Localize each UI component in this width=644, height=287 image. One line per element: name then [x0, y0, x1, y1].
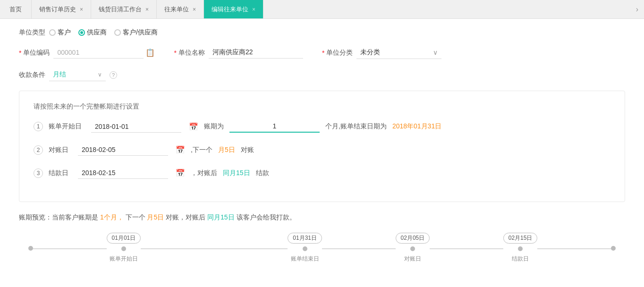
timeline-line-1	[141, 248, 288, 249]
timeline-label-2: 02月05日	[396, 233, 430, 244]
tab-edit-partner-close[interactable]: ×	[252, 6, 255, 13]
tab-bar: 首页 销售订单历史 × 钱货日清工作台 × 往来单位 × 编辑往来单位 × ›	[0, 0, 644, 19]
preview-prefix: 账期预览：当前客户账期是	[19, 213, 98, 221]
tab-arrow[interactable]: ›	[630, 5, 644, 14]
payment-value: 月结	[53, 70, 94, 79]
tab-cashflow[interactable]: 钱货日清工作台 ×	[91, 0, 157, 18]
row3-suffix: 结款	[256, 169, 269, 177]
name-group: * 单位名称	[174, 47, 303, 59]
calendar-icon-2[interactable]: 📅	[176, 145, 185, 154]
tab-partner[interactable]: 往来单位 ×	[157, 0, 204, 18]
radio-customer-label: 客户	[58, 28, 71, 37]
timeline-node-2: 02月05日 对账日	[396, 233, 430, 263]
row2-suffix: 对账	[241, 146, 254, 154]
tab-sales-history[interactable]: 销售订单历史 ×	[32, 0, 91, 18]
panel-hint: 请按照未来的一个完整帐期进行设置	[34, 102, 610, 111]
radio-supplier[interactable]: 供应商	[78, 28, 107, 37]
timeline-dot-0	[121, 246, 126, 251]
tab-partner-label: 往来单位	[164, 5, 189, 14]
unit-type-label: 单位类型	[19, 28, 45, 37]
timeline-label-3: 02月15日	[503, 233, 538, 244]
code-label: 单位编码	[23, 49, 50, 57]
timeline-node-3: 02月15日 结款日	[503, 233, 538, 263]
code-group: * 单位编码 📋	[19, 47, 155, 59]
tab-sales-history-label: 销售订单历史	[39, 5, 76, 14]
radio-customer[interactable]: 客户	[49, 28, 71, 37]
tab-edit-partner-label: 编辑往来单位	[212, 5, 248, 14]
name-label: 单位名称	[178, 49, 205, 57]
setting-label-2: 对账日	[49, 146, 68, 154]
preview-highlight2: 月5日	[147, 213, 164, 221]
radio-both-circle	[114, 29, 121, 36]
payment-row: 收款条件 月结 ∨ ?	[19, 68, 625, 81]
tab-sales-history-close[interactable]: ×	[80, 6, 83, 13]
name-star: *	[174, 49, 176, 57]
preview-middle2: 对账，对账后	[166, 213, 205, 221]
row2-prefix: ,下一个	[191, 146, 212, 154]
unit-type-row: 单位类型 客户 供应商 客户/供应商	[19, 28, 625, 37]
tab-home-label: 首页	[9, 5, 22, 14]
date-input-1[interactable]	[91, 121, 181, 133]
payment-group: 收款条件 月结 ∨ ?	[19, 68, 117, 81]
name-input[interactable]	[209, 47, 303, 59]
row3-prefix: ，对账后	[191, 169, 217, 177]
timeline-label-1: 01月31日	[288, 233, 322, 244]
radio-both-label: 客户/供应商	[123, 28, 158, 37]
tab-cashflow-close[interactable]: ×	[145, 6, 149, 13]
main-content: 单位类型 客户 供应商 客户/供应商 * 单位编码	[0, 19, 644, 287]
payment-select[interactable]: 月结 ∨	[49, 68, 106, 81]
timeline-end-dot	[611, 246, 616, 251]
category-star: *	[322, 49, 324, 57]
timeline-sub-0: 账单开始日	[110, 255, 138, 263]
timeline-start-dot	[28, 246, 33, 251]
category-dropdown[interactable]: 未分类 ∨	[356, 46, 441, 59]
payment-select-arrow-icon: ∨	[98, 71, 102, 78]
payment-help-icon[interactable]: ?	[110, 71, 117, 79]
payment-label: 收款条件	[19, 71, 45, 79]
radio-supplier-label: 供应商	[87, 28, 107, 37]
radio-supplier-circle	[78, 29, 85, 36]
timeline-dot-3	[518, 246, 523, 251]
period-label1: 账期为	[204, 122, 224, 131]
category-label: 单位分类	[326, 49, 353, 57]
preview-section: 账期预览：当前客户账期是 1个月， 下一个 月5日 对账，对账后 同月15日 该…	[19, 211, 625, 223]
calendar-icon-1[interactable]: 📅	[189, 122, 198, 131]
timeline-dot-2	[410, 246, 415, 251]
code-star: *	[19, 49, 21, 57]
setting-num-1: 1	[34, 122, 43, 131]
timeline-line-3	[430, 248, 503, 249]
setting-label-1: 账单开始日	[49, 122, 82, 131]
unit-type-group: 单位类型 客户 供应商 客户/供应商	[19, 28, 158, 37]
code-copy-icon[interactable]: 📋	[145, 48, 155, 57]
period-label2: 个月,账单结束日期为	[325, 122, 387, 131]
settings-panel: 请按照未来的一个完整帐期进行设置 1 账单开始日 📅 账期为 个月,账单结束日期…	[19, 91, 625, 202]
radio-both[interactable]: 客户/供应商	[114, 28, 158, 37]
timeline-node-1: 01月31日 账单结束日	[288, 233, 322, 263]
setting-num-3: 3	[34, 169, 43, 178]
setting-row-2: 2 对账日 📅 ,下一个 月5日 对账	[34, 144, 610, 156]
period-input[interactable]	[229, 120, 320, 133]
period-end-date: 2018年01月31日	[392, 122, 441, 131]
timeline-line-0	[33, 248, 107, 249]
tab-home[interactable]: 首页	[0, 0, 32, 18]
tab-cashflow-label: 钱货日清工作台	[99, 5, 142, 14]
setting-label-3: 结款日	[49, 169, 68, 177]
tab-edit-partner[interactable]: 编辑往来单位 ×	[204, 0, 263, 18]
timeline-dot-1	[303, 246, 307, 251]
setting-row-3: 3 结款日 📅 ，对账后 同月15日 结款	[34, 167, 610, 179]
timeline-line-2	[322, 248, 396, 249]
info-row: * 单位编码 📋 * 单位名称 * 单位分类 未分类 ∨	[19, 46, 625, 59]
timeline-sub-2: 对账日	[404, 255, 421, 263]
setting-row-1: 1 账单开始日 📅 账期为 个月,账单结束日期为 2018年01月31日	[34, 120, 610, 133]
timeline-sub-3: 结款日	[512, 255, 529, 263]
row3-highlight: 同月15日	[223, 169, 250, 177]
date-input-2[interactable]	[78, 144, 168, 156]
row2-highlight: 月5日	[218, 146, 235, 154]
code-input[interactable]	[53, 47, 144, 59]
tab-partner-close[interactable]: ×	[193, 6, 196, 13]
date-input-3[interactable]	[78, 167, 168, 179]
preview-highlight1: 1个月，	[100, 213, 124, 221]
timeline-line-end	[537, 248, 611, 249]
timeline: 01月01日 账单开始日 01月31日 账单结束日 02月05日 对账日 02月…	[19, 233, 625, 263]
calendar-icon-3[interactable]: 📅	[176, 169, 185, 177]
